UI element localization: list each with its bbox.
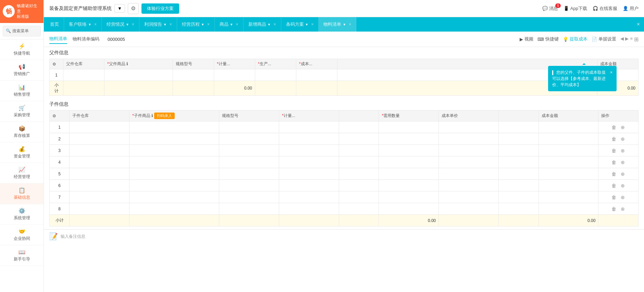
- child-warehouse-cell[interactable]: [70, 203, 129, 215]
- child-warehouse-cell[interactable]: [70, 145, 129, 156]
- experience-button[interactable]: 体验行业方案: [141, 3, 179, 14]
- tab-new-product[interactable]: 新增商品 ▼ ×: [244, 17, 281, 32]
- nav-prev[interactable]: ◀: [620, 36, 624, 43]
- tab-history[interactable]: 经营历程 ▼ ×: [177, 17, 215, 32]
- system-dropdown[interactable]: ▼: [114, 4, 125, 13]
- child-product-cell[interactable]: [129, 191, 219, 203]
- copy-icon[interactable]: ⊕: [619, 147, 627, 154]
- sidebar-item-purchase[interactable]: 🛒 采购管理: [0, 101, 44, 122]
- scan-input-button[interactable]: 扫码录入: [154, 113, 175, 119]
- child-qty-cell[interactable]: [379, 191, 439, 203]
- sidebar-item-basicinfo[interactable]: 📋 基础信息: [0, 184, 44, 204]
- child-unit-cell[interactable]: [279, 121, 339, 133]
- child-unit-cell[interactable]: [279, 180, 339, 191]
- tooltip-close-btn[interactable]: ×: [610, 69, 612, 75]
- child-product-cell[interactable]: [129, 180, 219, 191]
- parent-spec-cell[interactable]: [173, 69, 214, 81]
- parent-unit-cell[interactable]: [214, 69, 255, 81]
- sub-tab-bom-list[interactable]: 物料清单: [49, 34, 67, 44]
- child-spec-cell[interactable]: [219, 180, 279, 191]
- tab-product-close[interactable]: ×: [236, 22, 238, 27]
- nav-next[interactable]: ▶: [625, 36, 629, 43]
- child-unitcost-cell[interactable]: [439, 168, 499, 180]
- child-unitcost-cell[interactable]: [439, 180, 499, 191]
- child-product-cell[interactable]: [129, 203, 219, 215]
- sidebar-item-inventory[interactable]: 📦 库存核算: [0, 122, 44, 142]
- child-unitcost-cell[interactable]: [439, 121, 499, 133]
- child-qty-cell[interactable]: [379, 156, 439, 168]
- tab-customer-close[interactable]: ×: [94, 22, 97, 27]
- delete-icon[interactable]: 🗑: [610, 194, 618, 201]
- child-spec-cell[interactable]: [219, 168, 279, 180]
- child-qty-cell[interactable]: [379, 203, 439, 215]
- nav-list[interactable]: ≡: [630, 36, 633, 43]
- child-qty-cell[interactable]: [379, 121, 439, 133]
- sub-tab-bom-code[interactable]: 物料清单编码: [73, 35, 99, 44]
- tab-operations[interactable]: 经营情况 ▼ ×: [102, 17, 139, 32]
- child-qty-cell[interactable]: [379, 168, 439, 180]
- sidebar-item-system[interactable]: ⚙️ 系统管理: [0, 204, 44, 225]
- child-unitcost-cell[interactable]: [439, 156, 499, 168]
- child-warehouse-cell[interactable]: [70, 133, 129, 145]
- copy-icon[interactable]: ⊕: [619, 194, 627, 201]
- parent-produce-cell[interactable]: [255, 69, 296, 81]
- sidebar-item-finance[interactable]: 💰 资金管理: [0, 142, 44, 163]
- tab-barcode[interactable]: 条码方案 ▼ ×: [281, 17, 319, 32]
- nav-expand[interactable]: ⊞: [634, 36, 639, 43]
- child-product-cell[interactable]: [129, 145, 219, 156]
- child-warehouse-cell[interactable]: [70, 121, 129, 133]
- tab-bom-close[interactable]: ×: [349, 22, 351, 27]
- child-product-cell[interactable]: [129, 121, 219, 133]
- action-doc-settings[interactable]: 📄 单据设置: [592, 36, 616, 42]
- parent-warehouse-cell[interactable]: [63, 69, 104, 81]
- copy-icon[interactable]: ⊕: [619, 182, 627, 189]
- tab-barcode-close[interactable]: ×: [311, 22, 313, 27]
- child-product-cell[interactable]: [129, 168, 219, 180]
- child-warehouse-cell[interactable]: [70, 156, 129, 168]
- tab-bom[interactable]: 物料清单 ▼ ×: [319, 17, 356, 32]
- child-unitcost-cell[interactable]: [439, 191, 499, 203]
- tab-history-close[interactable]: ×: [207, 22, 210, 27]
- child-product-cell[interactable]: [129, 133, 219, 145]
- delete-icon[interactable]: 🗑: [610, 135, 618, 143]
- action-extract-cost[interactable]: 💡 提取成本: [563, 36, 587, 42]
- delete-icon[interactable]: 🗑: [610, 182, 618, 189]
- tab-profit-close[interactable]: ×: [170, 22, 172, 27]
- delete-icon[interactable]: 🗑: [610, 159, 618, 166]
- child-qty-cell[interactable]: [379, 180, 439, 191]
- message-action[interactable]: 💬 消息 6: [542, 5, 558, 12]
- child-product-cell[interactable]: [129, 156, 219, 168]
- child-unit-cell[interactable]: [279, 203, 339, 215]
- parent-cost-cell[interactable]: [296, 69, 337, 81]
- delete-icon[interactable]: 🗑: [610, 124, 618, 131]
- delete-icon[interactable]: 🗑: [610, 147, 618, 154]
- child-unitcost-cell[interactable]: [439, 145, 499, 156]
- child-spec-cell[interactable]: [219, 121, 279, 133]
- child-spec-cell[interactable]: [219, 145, 279, 156]
- copy-icon[interactable]: ⊕: [619, 159, 627, 166]
- sidebar-item-marketing[interactable]: 📢 营销推广: [0, 60, 44, 81]
- child-warehouse-cell[interactable]: [70, 180, 129, 191]
- parent-product-cell[interactable]: [104, 69, 173, 81]
- child-unit-cell[interactable]: [279, 156, 339, 168]
- search-menu-button[interactable]: 🔍 搜索菜单: [3, 26, 41, 36]
- sidebar-item-sales[interactable]: 📊 销售管理: [0, 81, 44, 101]
- child-qty-cell[interactable]: [379, 133, 439, 145]
- tab-home[interactable]: 首页: [45, 17, 64, 32]
- child-warehouse-cell[interactable]: [70, 191, 129, 203]
- tab-customer[interactable]: 客户联络 ▼ ×: [64, 17, 102, 32]
- close-all-tabs[interactable]: ×: [633, 21, 644, 27]
- settings-button[interactable]: ⚙: [128, 3, 139, 14]
- child-spec-cell[interactable]: [219, 203, 279, 215]
- sidebar-item-cooperation[interactable]: 🤝 企业协同: [0, 225, 44, 245]
- copy-icon[interactable]: ⊕: [619, 135, 627, 143]
- sidebar-item-operations[interactable]: 📈 经营管理: [0, 163, 44, 184]
- child-qty-cell[interactable]: [379, 145, 439, 156]
- action-video[interactable]: ▶ 视频: [520, 36, 533, 42]
- tab-profit[interactable]: 利润报告 ▼ ×: [139, 17, 177, 32]
- online-service-action[interactable]: 🎧 在线客服: [593, 5, 617, 12]
- user-action[interactable]: 👤 用户: [623, 5, 639, 12]
- child-spec-cell[interactable]: [219, 156, 279, 168]
- copy-icon[interactable]: ⊕: [619, 205, 627, 213]
- app-download-action[interactable]: 📱 App下载: [564, 5, 587, 12]
